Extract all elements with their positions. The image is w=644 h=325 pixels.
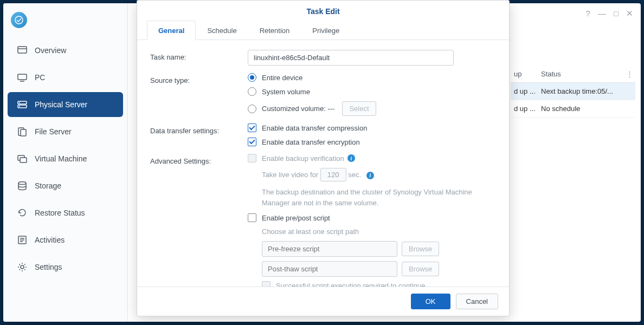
svg-point-8: [19, 106, 20, 107]
checkbox-encryption[interactable]: [248, 138, 256, 146]
file-server-icon: [16, 126, 28, 138]
pc-icon: [16, 72, 28, 83]
storage-icon: [16, 180, 28, 192]
dialog-tabs: General Schedule Retention Privilege: [137, 20, 509, 40]
table-more-icon[interactable]: ⋮: [626, 70, 633, 78]
live-video-row: Take live video for sec. i: [262, 168, 496, 181]
sidebar-item-label: Storage: [35, 181, 61, 190]
sidebar-item-file-server[interactable]: File Server: [8, 119, 123, 144]
live-video-post: sec.: [348, 171, 361, 179]
sidebar-item-label: Settings: [35, 263, 62, 271]
sidebar-item-virtual-machine[interactable]: Virtual Machine: [8, 146, 123, 171]
select-volume-button[interactable]: Select: [342, 101, 376, 116]
checkbox-compression[interactable]: [248, 123, 256, 132]
svg-point-18: [21, 265, 24, 269]
task-name-input[interactable]: [248, 50, 454, 66]
table-header: up Status ⋮: [511, 66, 635, 83]
window-controls: ? — □ ✕: [586, 9, 633, 18]
pre-freeze-input: [262, 241, 397, 257]
close-icon[interactable]: ✕: [626, 9, 633, 18]
restore-icon: [16, 207, 28, 219]
sidebar-item-restore-status[interactable]: Restore Status: [8, 200, 123, 225]
checkbox-label: Successful script execution required to …: [276, 282, 425, 287]
dialog-body[interactable]: Task name: Source type: Entire device Sy…: [137, 40, 509, 287]
svg-rect-1: [18, 47, 27, 53]
post-thaw-input: [262, 261, 397, 277]
browse-post-button: Browse: [402, 262, 439, 276]
script-hint: Choose at least one script path: [262, 227, 496, 236]
live-video-input: [320, 168, 346, 181]
tab-general[interactable]: General: [147, 21, 196, 40]
radio-label: System volume: [262, 88, 310, 96]
checkbox-success-required: [262, 281, 271, 287]
checkbox-label: Enable data transfer encryption: [262, 138, 360, 146]
dialog-title: Task Edit: [137, 1, 509, 20]
vm-icon: [16, 153, 28, 165]
label-data-transfer: Data transfer settings:: [150, 123, 248, 135]
svg-point-7: [19, 102, 20, 103]
cell: No schedule: [541, 105, 632, 113]
radio-customized-volume[interactable]: [248, 105, 256, 113]
checkbox-script[interactable]: [248, 213, 256, 222]
maximize-icon[interactable]: □: [614, 9, 619, 18]
cell: Next backup time:05/...: [541, 87, 632, 95]
sidebar-item-activities[interactable]: Activities: [8, 227, 123, 252]
table-row[interactable]: d up ... No schedule: [511, 100, 635, 118]
cell: d up ...: [514, 105, 541, 113]
sidebar-item-label: File Server: [35, 127, 72, 136]
sidebar-item-physical-server[interactable]: Physical Server: [8, 92, 123, 117]
cancel-button[interactable]: Cancel: [456, 294, 498, 309]
info-icon[interactable]: i: [366, 172, 374, 179]
label-source-type: Source type:: [150, 73, 248, 84]
sidebar-item-settings[interactable]: Settings: [8, 255, 123, 280]
ok-button[interactable]: OK: [411, 294, 450, 309]
sidebar-item-label: Overview: [35, 46, 66, 55]
radio-label: Entire device: [262, 74, 302, 82]
help-icon[interactable]: ?: [586, 9, 590, 18]
tab-schedule[interactable]: Schedule: [196, 21, 248, 40]
gear-icon: [16, 261, 28, 273]
checkbox-label: Enable backup verification: [262, 154, 344, 162]
sidebar-item-label: Activities: [35, 236, 65, 244]
task-edit-dialog: Task Edit General Schedule Retention Pri…: [137, 0, 510, 316]
svg-point-13: [18, 182, 26, 185]
overview-icon: [16, 44, 28, 56]
svg-rect-10: [21, 129, 26, 136]
sidebar-item-label: Physical Server: [35, 100, 87, 109]
svg-rect-3: [18, 74, 27, 80]
destination-note: The backup destination and the cluster o…: [262, 187, 496, 208]
radio-entire-device[interactable]: [248, 73, 256, 82]
checkbox-verification: [248, 154, 256, 162]
svg-rect-12: [20, 158, 27, 162]
sidebar-item-storage[interactable]: Storage: [8, 173, 123, 198]
dialog-footer: OK Cancel: [137, 287, 509, 316]
server-icon: [16, 99, 28, 110]
label-task-name: Task name:: [150, 50, 248, 61]
radio-system-volume[interactable]: [248, 87, 256, 96]
activities-icon: [16, 234, 28, 246]
label-advanced: Advanced Settings:: [150, 154, 248, 165]
table-row[interactable]: d up ... Next backup time:05/...: [511, 83, 635, 100]
app-logo-icon: [11, 12, 27, 28]
cell: d up ...: [514, 87, 541, 95]
live-video-pre: Take live video for: [262, 171, 318, 179]
minimize-icon[interactable]: —: [598, 9, 606, 18]
sidebar-item-pc[interactable]: PC: [8, 65, 123, 90]
tab-retention[interactable]: Retention: [248, 21, 301, 40]
sidebar-item-label: Virtual Machine: [35, 154, 87, 163]
col-header-status[interactable]: Status: [541, 70, 632, 78]
background-task-table: up Status ⋮ d up ... Next backup time:05…: [511, 66, 635, 118]
checkbox-label: Enable pre/post script: [262, 214, 330, 222]
sidebar-item-label: PC: [35, 73, 45, 82]
col-header[interactable]: up: [514, 70, 541, 78]
info-icon[interactable]: i: [347, 154, 355, 162]
radio-label: Customized volume: ---: [262, 105, 334, 113]
browse-pre-button: Browse: [402, 242, 439, 256]
svg-point-0: [15, 16, 23, 24]
sidebar-item-overview[interactable]: Overview: [8, 38, 123, 63]
checkbox-label: Enable data transfer compression: [262, 124, 367, 132]
sidebar: Overview PC Physical Server File Server …: [3, 3, 128, 322]
tab-privilege[interactable]: Privilege: [301, 21, 351, 40]
sidebar-item-label: Restore Status: [35, 209, 85, 217]
